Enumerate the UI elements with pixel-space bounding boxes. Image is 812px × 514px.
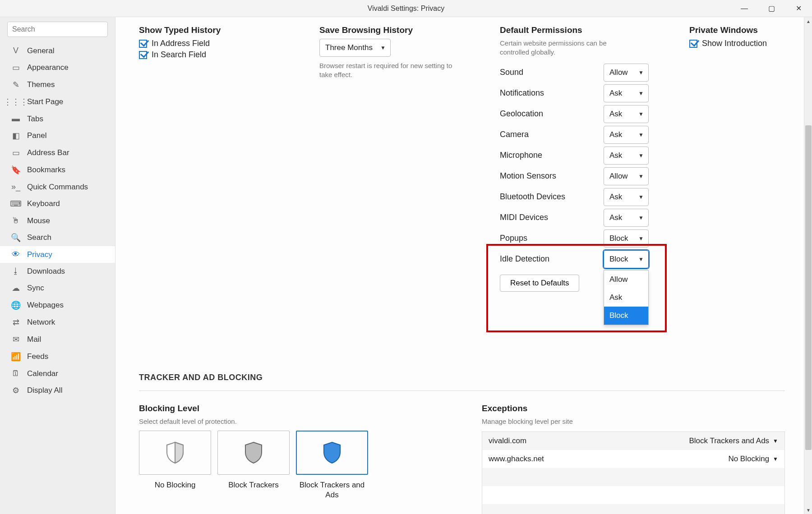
feeds-icon: 📶 [11,352,21,362]
private-windows-title: Private Windows [689,25,785,35]
dropdown-option-allow[interactable]: Allow [604,271,648,289]
level-block-trackers[interactable] [217,431,290,475]
idle-detection-dropdown: Allow Ask Block [604,270,649,325]
downloads-icon: ⭳ [11,266,21,276]
sidebar-item-label: Panel [27,131,46,140]
show-introduction-checkbox[interactable]: Show Introduction [689,39,785,48]
panel-icon: ◧ [11,131,21,141]
sidebar-item-mouse[interactable]: 🖱Mouse [0,212,115,229]
sidebar-item-label: Network [27,318,55,327]
sidebar-item-address-bar[interactable]: ▭Address Bar [0,144,115,161]
level-block-trackers-ads[interactable] [296,431,368,475]
sync-icon: ☁ [11,283,21,293]
scroll-down-arrow[interactable]: ▼ [804,506,812,514]
exception-value[interactable]: No Blocking [728,454,778,464]
sidebar-item-themes[interactable]: ✎Themes [0,76,115,93]
level-no-blocking[interactable] [139,431,211,475]
permissions-title: Default Permissions [500,25,662,35]
permission-select-bluetooth-devices[interactable]: Ask [604,188,649,206]
settings-search-input[interactable] [7,22,108,37]
sidebar-item-calendar[interactable]: 🗓Calendar [0,365,115,382]
sidebar-item-downloads[interactable]: ⭳Downloads [0,263,115,280]
permission-select-microphone[interactable]: Ask [604,147,649,165]
permissions-desc: Certain website permissions can be contr… [500,39,631,57]
level-block-trackers-ads-label: Block Trackers and Ads [296,480,368,500]
sidebar-item-label: Start Page [27,97,63,106]
maximize-button[interactable]: ▢ [758,0,785,17]
sidebar-item-label: Tabs [27,115,43,124]
permission-select-idle-detection[interactable]: Block [604,250,649,268]
exception-row[interactable]: www.ghacks.netNo Blocking [482,450,784,468]
quick-commands-icon: »_ [11,182,21,192]
reset-defaults-button[interactable]: Reset to Defaults [500,275,579,292]
scroll-up-arrow[interactable]: ▲ [804,17,812,25]
sidebar-item-panel[interactable]: ◧Panel [0,127,115,144]
show-introduction-label: Show Introduction [702,39,767,48]
sidebar-item-tabs[interactable]: ▬Tabs [0,110,115,127]
permission-row-geolocation: GeolocationAsk [500,105,649,123]
permission-label: Motion Sensors [500,171,556,181]
typed-history-search-label: In Search Field [152,50,206,60]
typed-history-address-label: In Address Field [152,39,210,48]
sidebar-item-keyboard[interactable]: ⌨Keyboard [0,195,115,212]
sidebar-item-feeds[interactable]: 📶Feeds [0,348,115,365]
permissions-section: Default Permissions Certain website perm… [500,21,662,292]
permission-row-idle-detection: Idle DetectionBlock [500,250,649,268]
start-page-icon: ⋮⋮⋮ [11,97,21,107]
permission-select-notifications[interactable]: Ask [604,84,649,102]
exceptions-section: Exceptions Manage blocking level per sit… [482,399,785,514]
sidebar-item-sync[interactable]: ☁Sync [0,280,115,297]
typed-history-search-checkbox[interactable]: In Search Field [139,50,292,60]
minimize-button[interactable]: — [731,0,758,17]
divider [139,390,785,391]
blocking-level-section: Blocking Level Select default level of p… [139,399,455,514]
sidebar-item-bookmarks[interactable]: 🔖Bookmarks [0,161,115,179]
sidebar-item-mail[interactable]: ✉Mail [0,331,115,348]
scroll-thumb[interactable] [805,125,812,450]
appearance-icon: ▭ [11,63,21,73]
sidebar-item-webpages[interactable]: 🌐Webpages [0,297,115,314]
permission-label: Geolocation [500,109,543,119]
sidebar-item-label: Mouse [27,216,50,225]
network-icon: ⇄ [11,317,21,327]
sidebar-item-quick-commands[interactable]: »_Quick Commands [0,179,115,195]
browsing-history-select[interactable]: Three Months [319,39,391,57]
sidebar-item-network[interactable]: ⇄Network [0,314,115,331]
permission-select-motion-sensors[interactable]: Allow [604,167,649,185]
typed-history-section: Show Typed History In Address Field In S… [139,21,292,292]
sidebar-item-label: Themes [27,80,55,89]
exceptions-title: Exceptions [482,404,785,413]
shield-outline-icon [165,441,185,464]
sidebar-item-appearance[interactable]: ▭Appearance [0,59,115,76]
permission-row-motion-sensors: Motion SensorsAllow [500,167,649,185]
sidebar-item-start-page[interactable]: ⋮⋮⋮Start Page [0,93,115,110]
blocking-level-desc: Select default level of protection. [139,417,455,426]
webpages-icon: 🌐 [11,300,21,310]
sidebar-item-general[interactable]: VGeneral [0,42,115,59]
blocking-level-title: Blocking Level [139,404,455,413]
dropdown-option-ask[interactable]: Ask [604,289,648,307]
close-button[interactable]: ✕ [785,0,812,17]
sidebar-item-search[interactable]: 🔍Search [0,229,115,246]
sidebar-item-label: Display All [27,386,62,395]
sidebar-item-display-all[interactable]: ⚙Display All [0,382,115,399]
settings-sidebar: VGeneral▭Appearance✎Themes⋮⋮⋮Start Page▬… [0,17,115,514]
typed-history-address-checkbox[interactable]: In Address Field [139,39,292,48]
permission-select-popups[interactable]: Block [604,229,649,248]
exception-value[interactable]: Block Trackers and Ads [689,436,778,445]
permission-select-geolocation[interactable]: Ask [604,105,649,123]
permission-select-sound[interactable]: Allow [604,64,649,82]
exception-row[interactable]: vivaldi.comBlock Trackers and Ads [482,432,784,450]
permission-select-midi-devices[interactable]: Ask [604,209,649,227]
sidebar-item-privacy[interactable]: 👁Privacy [0,246,115,263]
permission-select-camera[interactable]: Ask [604,126,649,144]
level-block-trackers-label: Block Trackers [217,480,290,490]
exception-row-empty [482,504,784,514]
window-controls: — ▢ ✕ [731,0,812,17]
check-icon [139,51,147,59]
dropdown-option-block[interactable]: Block [604,307,648,325]
sidebar-item-label: Bookmarks [27,165,65,174]
permission-row-midi-devices: MIDI DevicesAsk [500,209,649,227]
scrollbar[interactable]: ▲ ▼ [804,17,812,514]
check-icon [139,40,147,48]
